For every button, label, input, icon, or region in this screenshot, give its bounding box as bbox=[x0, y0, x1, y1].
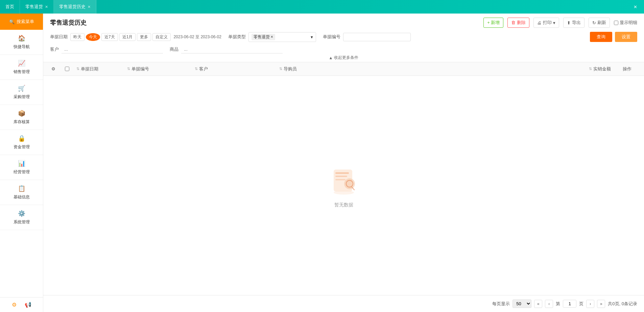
empty-text: 暂无数据 bbox=[334, 202, 353, 208]
per-page-label: 每页显示 bbox=[492, 301, 510, 307]
table-container: ⚙ ⇅ 单据日期 ⇅ 单据编号 ⇅ 客户 ⇅ bbox=[43, 62, 644, 312]
col-customer-header: ⇅ 客户 bbox=[192, 66, 277, 72]
total-label: 共0页, 0条记录 bbox=[608, 301, 637, 307]
sort-icon-docno[interactable]: ⇅ bbox=[127, 67, 130, 71]
collapse-bar[interactable]: ▲ 收起更多条件 bbox=[50, 53, 637, 62]
doctype-chevron-icon: ▾ bbox=[311, 35, 313, 40]
sidebar-item-purchase-label: 采购管理 bbox=[14, 94, 30, 100]
sidebar-item-basic[interactable]: 📋 基础信息 bbox=[0, 180, 43, 205]
goods-filter-label: 商品 bbox=[170, 46, 178, 52]
tab-home[interactable]: 首页 bbox=[0, 0, 20, 14]
date-btn-yesterday[interactable]: 昨天 bbox=[70, 33, 85, 41]
show-detail-text: 显示明细 bbox=[620, 20, 637, 26]
date-btn-7days[interactable]: 近7天 bbox=[101, 33, 118, 41]
tab-retail-return[interactable]: 零售退货 ✕ bbox=[20, 0, 54, 14]
col-docno-header: ⇅ 单据编号 bbox=[124, 66, 192, 72]
add-button[interactable]: + 新增 bbox=[483, 18, 503, 28]
empty-illustration bbox=[327, 163, 361, 197]
filter-row-2: 客户 商品 bbox=[50, 45, 637, 53]
audio-bottom-icon[interactable]: 📢 bbox=[25, 302, 31, 308]
sidebar-search[interactable]: 🔍 搜索菜单 bbox=[0, 14, 43, 30]
col-amount-label: 实销金额 bbox=[593, 66, 611, 72]
select-all-checkbox[interactable] bbox=[65, 67, 69, 71]
tab-retail-return-history[interactable]: 零售退货历史 ✕ bbox=[54, 0, 96, 14]
filter-docno-group: 单据编号 bbox=[323, 33, 411, 41]
customer-input[interactable] bbox=[62, 45, 163, 53]
col-customer-label: 客户 bbox=[199, 66, 208, 72]
finance-icon: 🔒 bbox=[18, 135, 25, 142]
print-button[interactable]: 🖨 打印 ▾ bbox=[533, 18, 559, 28]
col-action-header: 操作 bbox=[614, 66, 641, 72]
tab-retail-return-label: 零售退货 bbox=[25, 4, 43, 10]
svg-rect-3 bbox=[335, 176, 347, 177]
settings-bottom-icon[interactable]: ⚙ bbox=[12, 302, 17, 308]
doctype-select[interactable]: 零售退货 × ▾ bbox=[248, 32, 316, 42]
sort-icon-guide[interactable]: ⇅ bbox=[279, 67, 282, 71]
sidebar-item-system[interactable]: ⚙️ 系统管理 bbox=[0, 205, 43, 230]
inventory-icon: 📦 bbox=[18, 110, 25, 117]
sidebar-item-purchase[interactable]: 🛒 采购管理 bbox=[0, 80, 43, 105]
page-title: 零售退货历史 bbox=[50, 19, 87, 27]
page-header-top: 零售退货历史 + 新增 🗑 删除 🖨 打印 ▾ ⬆ 导出 ↻ bbox=[50, 18, 637, 28]
sales-icon: 📈 bbox=[18, 60, 25, 67]
print-icon: 🖨 bbox=[537, 20, 542, 25]
page-unit: 页 bbox=[579, 301, 583, 307]
per-page-select[interactable]: 10 20 50 100 bbox=[512, 299, 531, 308]
sidebar-item-system-label: 系统管理 bbox=[14, 219, 30, 225]
docno-input[interactable] bbox=[343, 33, 411, 41]
query-button[interactable]: 查询 bbox=[590, 32, 612, 42]
tab-retail-return-history-close[interactable]: ✕ bbox=[88, 5, 91, 9]
sidebar-item-home-label: 快捷导航 bbox=[14, 44, 30, 50]
print-label: 打印 bbox=[543, 20, 552, 26]
filter-row-1: 单据日期 昨天 今天 近7天 近1月 更多 自定义 2023-06-02 至 2… bbox=[50, 32, 637, 42]
sidebar-item-inventory[interactable]: 📦 库存核算 bbox=[0, 105, 43, 130]
doctype-tag-close[interactable]: × bbox=[271, 35, 273, 39]
management-icon: 📊 bbox=[18, 160, 25, 167]
sidebar-item-inventory-label: 库存核算 bbox=[14, 119, 30, 125]
refresh-button[interactable]: ↻ 刷新 bbox=[589, 18, 610, 28]
sidebar-item-management[interactable]: 📊 经营管理 bbox=[0, 155, 43, 180]
col-docno-label: 单据编号 bbox=[132, 66, 149, 72]
sidebar-item-management-label: 经营管理 bbox=[14, 169, 30, 175]
delete-button[interactable]: 🗑 删除 bbox=[507, 18, 529, 28]
sort-icon-customer[interactable]: ⇅ bbox=[195, 67, 198, 71]
filter-area: 单据日期 昨天 今天 近7天 近1月 更多 自定义 2023-06-02 至 2… bbox=[50, 32, 637, 62]
date-btn-today[interactable]: 今天 bbox=[86, 33, 100, 41]
first-page-btn[interactable]: « bbox=[534, 300, 542, 308]
sidebar-item-finance-label: 资金管理 bbox=[14, 144, 30, 150]
date-btn-1month[interactable]: 近1月 bbox=[119, 33, 136, 41]
col-amount-header: ⇅ 实销金额 bbox=[344, 66, 614, 72]
customer-filter-label: 客户 bbox=[50, 46, 59, 52]
export-icon: ⬆ bbox=[567, 20, 571, 25]
date-btn-more[interactable]: 更多 bbox=[137, 33, 151, 41]
prev-page-btn[interactable]: ‹ bbox=[545, 300, 553, 308]
show-detail-checkbox[interactable] bbox=[614, 21, 618, 25]
sort-icon-date[interactable]: ⇅ bbox=[76, 67, 79, 71]
date-btn-custom[interactable]: 自定义 bbox=[152, 33, 171, 41]
show-detail-label[interactable]: 显示明细 bbox=[614, 20, 637, 26]
col-guide-label: 导购员 bbox=[284, 66, 297, 72]
setting-button[interactable]: 设置 bbox=[615, 32, 637, 42]
goods-input[interactable] bbox=[181, 45, 283, 53]
tab-retail-return-close[interactable]: ✕ bbox=[45, 5, 48, 9]
col-settings[interactable]: ⚙ bbox=[47, 66, 60, 71]
page-input[interactable] bbox=[563, 300, 576, 308]
refresh-label: 刷新 bbox=[597, 20, 606, 26]
export-button[interactable]: ⬆ 导出 bbox=[563, 18, 585, 28]
empty-state: 暂无数据 bbox=[43, 76, 644, 295]
sidebar-item-finance[interactable]: 🔒 资金管理 bbox=[0, 130, 43, 155]
col-checkbox[interactable] bbox=[60, 67, 74, 71]
refresh-icon: ↻ bbox=[592, 20, 596, 25]
settings-icon[interactable]: ⚙ bbox=[51, 66, 55, 71]
sidebar-item-home[interactable]: 🏠 快捷导航 bbox=[0, 30, 43, 55]
sort-icon-amount[interactable]: ⇅ bbox=[589, 67, 592, 71]
svg-rect-2 bbox=[335, 172, 349, 174]
topbar-close[interactable]: ✕ bbox=[634, 4, 644, 9]
col-date-header: ⇅ 单据日期 bbox=[74, 66, 124, 72]
docno-filter-label: 单据编号 bbox=[323, 34, 340, 40]
main-layout: 🔍 搜索菜单 🏠 快捷导航 📈 销售管理 🛒 采购管理 📦 库存核算 🔒 bbox=[0, 14, 644, 312]
collapse-button[interactable]: ▲ 收起更多条件 bbox=[329, 55, 359, 61]
sidebar-item-sales[interactable]: 📈 销售管理 bbox=[0, 55, 43, 80]
next-page-btn[interactable]: › bbox=[586, 300, 594, 308]
last-page-btn[interactable]: » bbox=[597, 300, 605, 308]
